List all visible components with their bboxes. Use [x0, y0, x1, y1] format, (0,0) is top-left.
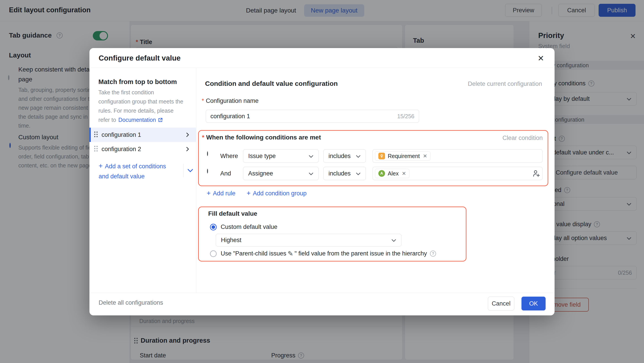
condition-connector: And	[220, 170, 231, 177]
config-item-label: configuration 2	[102, 146, 141, 153]
plus-icon: +	[98, 162, 103, 170]
chevron-down-icon	[356, 153, 361, 160]
radio-parent-value[interactable]	[210, 250, 217, 257]
condition-value-field[interactable]: Requirement ✕	[372, 149, 542, 163]
custom-default-option[interactable]: Custom default value	[210, 224, 278, 230]
tag-remove-icon[interactable]: ✕	[423, 153, 427, 159]
match-rule-description: Take the first condition configuration g…	[98, 88, 183, 124]
condition-connector: Where	[220, 153, 238, 160]
custom-default-value-select[interactable]: Highest	[216, 234, 402, 247]
modal-close-icon[interactable]: ✕	[538, 54, 544, 63]
condition-field-select[interactable]: Assignee	[243, 167, 319, 180]
remove-condition-icon[interactable]	[207, 169, 208, 173]
fill-heading: Fill default value	[208, 210, 257, 217]
add-conditions-link[interactable]: +Add a set of conditions and default val…	[98, 161, 166, 181]
modal-cancel-button[interactable]: Cancel	[488, 297, 514, 311]
value-tag: A Alex ✕	[375, 169, 410, 178]
configuration-name-field[interactable]	[210, 113, 397, 120]
add-rule-link[interactable]: + Add rule	[206, 189, 236, 197]
delete-current-configuration-link[interactable]: Delete current configuration	[468, 80, 542, 87]
condition-operator-select[interactable]: includes	[323, 167, 366, 180]
condition-row: And Assignee includes A Alex	[199, 167, 548, 180]
conditions-heading: * When the following conditions are met	[202, 134, 321, 141]
parent-value-help-icon[interactable]: ?	[430, 251, 436, 257]
configuration-name-label: * Configuration name	[202, 97, 258, 104]
configure-default-value-dialog: Configure default value ✕ Match from top…	[90, 48, 554, 315]
remove-condition-icon[interactable]	[207, 151, 208, 156]
radio-custom-default[interactable]	[210, 224, 217, 230]
plus-icon: +	[206, 189, 211, 197]
app-root: Edit layout configuration Detail page la…	[0, 0, 644, 363]
add-conditions-divider	[183, 164, 184, 177]
fill-default-value-box: Fill default value Custom default value …	[198, 207, 466, 262]
condition-config-heading: Condition and default value configuratio…	[205, 80, 338, 87]
required-icon: *	[202, 97, 204, 104]
add-user-icon[interactable]	[532, 170, 540, 177]
modal-header-divider	[90, 68, 554, 68]
pencil-icon: ✎	[288, 250, 293, 258]
selected-indicator	[90, 128, 91, 142]
add-condition-group-link[interactable]: + Add condition group	[247, 189, 306, 197]
chevron-right-icon	[186, 147, 189, 152]
config-item-label: configuration 1	[102, 131, 141, 138]
condition-operator-select[interactable]: includes	[323, 149, 366, 163]
drag-handle-icon[interactable]	[94, 131, 98, 139]
requirement-type-icon	[378, 153, 385, 159]
drag-handle-icon[interactable]	[94, 145, 98, 153]
collapse-chevron-down-icon[interactable]	[188, 169, 193, 173]
chevron-right-icon	[186, 132, 189, 138]
tag-label: Alex	[388, 170, 399, 177]
config-list-item-2[interactable]: configuration 2	[90, 142, 196, 156]
modal-footer-divider	[90, 293, 554, 293]
chevron-down-icon	[308, 170, 314, 177]
chevron-down-icon	[308, 153, 314, 160]
value-tag: Requirement ✕	[375, 151, 430, 161]
condition-value-field[interactable]: A Alex ✕	[372, 167, 542, 180]
condition-field-select[interactable]: Issue type	[243, 149, 319, 163]
chevron-down-icon	[356, 170, 361, 177]
condition-actions: + Add rule + Add condition group	[206, 189, 306, 197]
configuration-name-input[interactable]: 15/256	[206, 110, 419, 123]
modal-left-pane-divider	[196, 68, 196, 293]
modal-title: Configure default value	[98, 54, 181, 62]
documentation-link[interactable]: Documentation	[118, 115, 156, 124]
config-list-item-1[interactable]: configuration 1	[90, 128, 196, 142]
user-avatar: A	[378, 170, 385, 177]
tag-label: Requirement	[388, 153, 420, 159]
required-icon: *	[202, 134, 204, 141]
clear-condition-link[interactable]: Clear condition	[502, 135, 543, 141]
condition-group-box: * When the following conditions are met …	[198, 130, 548, 186]
external-link-icon	[158, 117, 163, 123]
chevron-down-icon	[391, 237, 396, 244]
condition-row: Where Issue type includes	[199, 149, 548, 163]
match-rule-heading: Match from top to bottom	[98, 78, 177, 86]
modal-ok-button[interactable]: OK	[522, 297, 546, 311]
tag-remove-icon[interactable]: ✕	[402, 171, 406, 177]
parent-value-option[interactable]: Use "Parent-child issues ✎ " field value…	[210, 250, 436, 258]
plus-icon: +	[247, 189, 251, 197]
delete-all-configurations-link[interactable]: Delete all configurations	[98, 299, 163, 306]
configuration-name-counter: 15/256	[397, 113, 414, 120]
